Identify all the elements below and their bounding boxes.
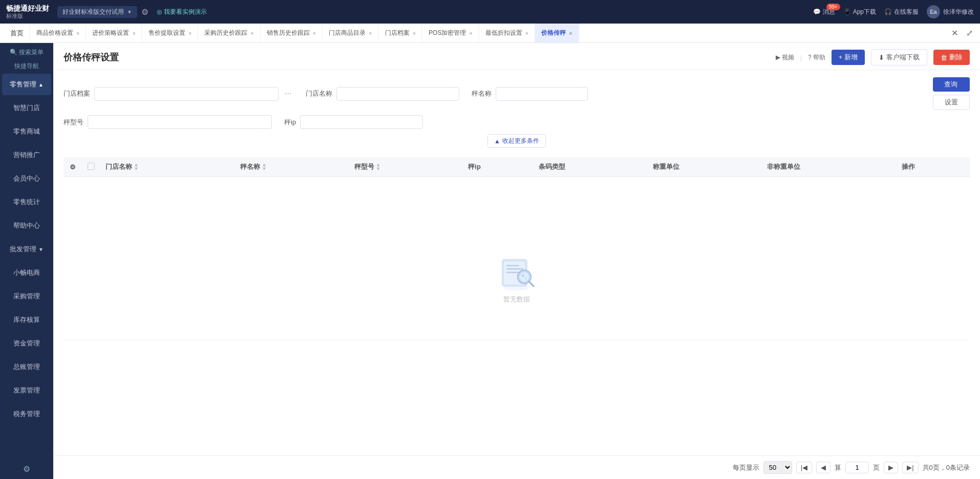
tab-purchase-history[interactable]: 采购历史价跟踪 × [198,24,260,43]
tab-bar: 首页 商品价格设置 × 进价策略设置 × 售价提取设置 × 采购历史价跟踪 × … [0,24,980,43]
sidebar-item-tax[interactable]: 税务管理 [2,403,51,425]
select-all-checkbox[interactable] [88,163,95,170]
tab-home[interactable]: 首页 [4,24,30,43]
close-icon[interactable]: × [525,30,528,36]
page-input[interactable] [845,462,869,473]
tab-product-price[interactable]: 商品价格设置 × [30,24,86,43]
th-non-weight-unit: 非称重单位 [762,157,897,177]
sidebar-quick-nav[interactable]: 快捷导航 [0,60,53,73]
headset-icon: 🎧 [884,8,892,15]
settings-button[interactable]: 设置 [933,95,970,110]
close-icon[interactable]: × [569,30,572,36]
sidebar-item-retail-stats[interactable]: 零售统计 [2,191,51,213]
chevron-up-icon: ▲ [38,82,44,88]
svg-rect-4 [506,268,523,270]
help-link[interactable]: ? 帮助 [808,53,825,62]
app-download-button[interactable]: 📱 App下载 [843,8,876,16]
scale-model-input[interactable] [88,115,272,129]
close-tab-button[interactable]: ✕ [948,27,961,39]
close-icon[interactable]: × [188,30,191,36]
th-weight-unit-label: 称重单位 [653,163,679,170]
sidebar-item-ledger[interactable]: 总账管理 [2,356,51,378]
delete-button[interactable]: 🗑 删除 [933,50,970,65]
sidebar-item-invoice[interactable]: 发票管理 [2,380,51,401]
scale-ip-input[interactable] [300,115,423,129]
sort-icon[interactable]: ▲▼ [376,163,381,171]
delete-icon: 🗑 [941,54,947,61]
close-icon[interactable]: × [76,30,79,36]
store-profile-input[interactable] [94,87,279,101]
collapse-button[interactable]: ▲ 收起更多条件 [487,134,546,148]
settings-icon[interactable]: ⚙ [141,7,148,17]
th-operation-label: 操作 [902,163,915,170]
tab-store-profile[interactable]: 门店档案 × [379,24,422,43]
tab-sale-extract[interactable]: 售价提取设置 × [142,24,198,43]
sort-icon[interactable]: ▲▼ [262,163,267,171]
sidebar-item-finance[interactable]: 资金管理 [2,333,51,354]
svg-rect-3 [506,265,519,267]
close-icon[interactable]: × [413,30,416,36]
filter-row-1: 门店档案 ··· 门店名称 秤名称 查询 设置 [63,77,970,110]
th-settings[interactable]: ⚙ [63,157,82,177]
prev-page-button[interactable]: ◀ [816,462,830,473]
download-button[interactable]: ⬇ 客户端下载 [871,49,927,66]
sidebar-item-label: 会员中心 [13,175,40,182]
version-selector[interactable]: 好业财标准版交付试用 ▼ [57,6,137,18]
svg-point-10 [525,277,527,279]
close-icon[interactable]: × [313,30,316,36]
sidebar-item-inventory[interactable]: 库存核算 [2,309,51,331]
scale-name-input[interactable] [496,87,588,101]
tab-sales-history[interactable]: 销售历史价跟踪 × [261,24,323,43]
data-table: ⚙ 门店名称 ▲▼ 秤名称 [63,157,970,340]
online-service-button[interactable]: 🎧 在线客服 [884,8,919,16]
sidebar-item-label: 发票管理 [13,386,40,394]
tab-sale-extract-label: 售价提取设置 [148,29,185,37]
sidebar-item-help[interactable]: 帮助中心 [2,215,51,236]
first-page-button[interactable]: |◀ [796,462,812,473]
sort-icon[interactable]: ▲▼ [134,163,139,171]
ellipsis-icon[interactable]: ··· [283,89,293,98]
tab-min-discount[interactable]: 最低折扣设置 × [479,24,535,43]
sidebar-item-marketing[interactable]: 营销推广 [2,144,51,166]
close-icon[interactable]: × [250,30,253,36]
app-download-label: App下载 [853,8,876,16]
tab-price-scale[interactable]: 价格传秤 × [535,24,579,43]
sidebar-settings-icon[interactable]: ⚙ [23,465,30,473]
store-name-input[interactable] [336,87,459,101]
th-checkbox[interactable] [82,157,100,177]
message-button[interactable]: 💬 消息 99+ [813,8,835,16]
sidebar-item-retail[interactable]: 零售管理 ▲ [2,74,51,95]
close-icon[interactable]: × [469,30,472,36]
tab-store-catalog[interactable]: 门店商品目录 × [323,24,378,43]
demo-link[interactable]: ◎ 我要看实例演示 [157,8,207,16]
next-page-button[interactable]: ▶ [884,462,898,473]
sidebar-item-purchase[interactable]: 采购管理 [2,286,51,307]
filter-store-name: 门店名称 [306,87,459,101]
sidebar-item-member[interactable]: 会员中心 [2,168,51,189]
sidebar-item-retail-mall[interactable]: 零售商城 [2,121,51,142]
app-name: 畅捷通好业财 [6,4,49,13]
maximize-tab-button[interactable]: ⤢ [963,27,976,39]
main-layout: 🔍 搜索菜单 快捷导航 零售管理 ▲ 智慧门店 零售商城 营销推广 会员中心 零… [0,43,980,479]
sidebar-nav-label: 快捷导航 [14,62,39,70]
close-icon[interactable]: × [369,30,372,36]
sidebar-item-ecommerce[interactable]: 小畅电商 [2,262,51,284]
tab-pos-encrypt[interactable]: POS加密管理 × [422,24,479,43]
user-menu[interactable]: Ea 徐泽华修改 [927,5,974,18]
sidebar-item-wholesale[interactable]: 批发管理 ▼ [2,238,51,260]
video-link[interactable]: ▶ 视频 [776,53,794,62]
close-icon[interactable]: × [132,30,135,36]
tab-min-discount-label: 最低折扣设置 [485,29,522,37]
message-badge: 99+ [826,4,840,10]
th-store-name-label: 门店名称 [105,162,132,171]
add-button[interactable]: + 新增 [832,50,865,65]
sidebar-search[interactable]: 🔍 搜索菜单 [0,43,53,60]
header-actions: 💬 消息 99+ 📱 App下载 🎧 在线客服 Ea 徐泽华修改 [813,5,974,18]
tab-cost-strategy[interactable]: 进价策略设置 × [86,24,142,43]
sidebar-item-smart-store[interactable]: 智慧门店 [2,97,51,119]
sidebar-item-label: 营销推广 [13,151,40,159]
query-button[interactable]: 查询 [933,77,970,92]
per-page-select[interactable]: 50 10 20 100 [763,461,792,474]
th-barcode-type: 条码类型 [534,157,648,177]
last-page-button[interactable]: ▶| [902,462,918,473]
